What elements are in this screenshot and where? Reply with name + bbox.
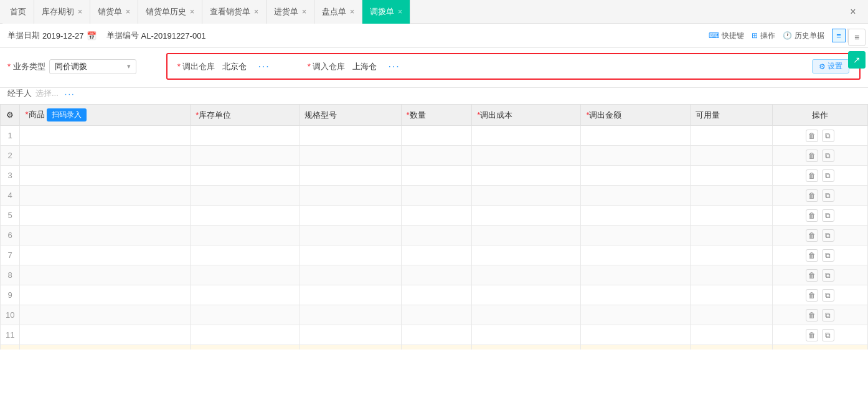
copy-icon[interactable]: ⧉ [822,209,834,222]
row-available[interactable] [690,166,772,186]
delete-icon[interactable]: 🗑 [806,249,818,262]
list-layout-button[interactable]: ≡ [832,29,846,42]
close-icon[interactable]: × [190,7,194,16]
row-spec[interactable] [300,146,401,166]
close-icon[interactable]: × [302,7,306,16]
delete-icon[interactable]: 🗑 [806,169,818,182]
operations-button[interactable]: ⊞ 操作 [752,31,775,41]
tab-purchase[interactable]: 进货单 × [267,0,314,24]
row-out-cost[interactable] [472,146,581,166]
row-qty[interactable] [401,186,472,206]
delete-icon[interactable]: 🗑 [806,309,818,321]
close-icon[interactable]: × [350,7,354,16]
delete-icon[interactable]: 🗑 [806,229,818,242]
copy-icon[interactable]: ⧉ [822,289,834,302]
close-icon[interactable]: × [254,7,258,16]
row-product[interactable] [20,126,191,146]
row-available[interactable] [690,226,772,245]
th-gear[interactable]: ⚙ [1,105,20,126]
row-out-cost[interactable] [472,126,581,146]
row-out-cost[interactable] [472,166,581,186]
delete-icon[interactable]: 🗑 [806,150,818,162]
gear-icon[interactable]: ⚙ [6,110,14,120]
row-product[interactable] [20,285,191,305]
row-available[interactable] [690,265,772,285]
copy-icon[interactable]: ⧉ [822,249,834,262]
row-qty[interactable] [401,146,472,166]
tab-transfer[interactable]: 调拨单 × [362,0,410,24]
tab-inventory-init[interactable]: 库存期初 × [34,0,90,24]
row-spec[interactable] [300,186,401,206]
row-out-amount[interactable] [581,126,690,146]
row-product[interactable] [20,186,191,206]
row-out-amount[interactable] [581,325,690,345]
row-out-amount[interactable] [581,226,690,245]
row-out-amount[interactable] [581,245,690,265]
row-out-amount[interactable] [581,285,690,305]
row-available[interactable] [690,285,772,305]
row-out-amount[interactable] [581,146,690,166]
copy-icon[interactable]: ⧉ [822,229,834,242]
row-spec[interactable] [300,305,401,325]
row-qty[interactable] [401,126,472,146]
delete-icon[interactable]: 🗑 [806,209,818,222]
window-close-button[interactable]: × [843,2,863,22]
row-spec[interactable] [300,166,401,186]
row-spec[interactable] [300,245,401,265]
row-product[interactable] [20,166,191,186]
row-out-cost[interactable] [472,226,581,245]
close-icon[interactable]: × [126,7,130,16]
row-available[interactable] [690,245,772,265]
row-unit[interactable] [191,166,300,186]
shortcuts-button[interactable]: ⌨ 快捷键 [709,31,744,41]
scan-button[interactable]: 扫码录入 [47,108,87,121]
sidebar-export-icon[interactable]: ↗ [848,51,866,69]
row-qty[interactable] [401,285,472,305]
row-unit[interactable] [191,226,300,245]
delete-icon[interactable]: 🗑 [806,329,818,341]
row-qty[interactable] [401,166,472,186]
row-out-amount[interactable] [581,206,690,226]
row-spec[interactable] [300,285,401,305]
row-unit[interactable] [191,186,300,206]
row-unit[interactable] [191,146,300,166]
copy-icon[interactable]: ⧉ [822,309,834,321]
row-available[interactable] [690,305,772,325]
row-product[interactable] [20,245,191,265]
row-spec[interactable] [300,226,401,245]
row-out-cost[interactable] [472,325,581,345]
row-unit[interactable] [191,265,300,285]
row-unit[interactable] [191,245,300,265]
out-warehouse-more-button[interactable]: ··· [258,61,270,72]
delete-icon[interactable]: 🗑 [806,289,818,302]
row-product[interactable] [20,146,191,166]
row-spec[interactable] [300,126,401,146]
row-unit[interactable] [191,126,300,146]
calendar-icon[interactable]: 📅 [87,31,97,40]
row-unit[interactable] [191,285,300,305]
row-available[interactable] [690,146,772,166]
tab-view-sales[interactable]: 查看销货单 × [202,0,267,24]
row-product[interactable] [20,325,191,345]
copy-icon[interactable]: ⧉ [822,130,834,142]
row-qty[interactable] [401,305,472,325]
close-icon[interactable]: × [398,7,402,16]
row-out-cost[interactable] [472,186,581,206]
delete-icon[interactable]: 🗑 [806,130,818,142]
row-out-cost[interactable] [472,206,581,226]
row-available[interactable] [690,126,772,146]
row-out-amount[interactable] [581,166,690,186]
tab-sales-history[interactable]: 销货单历史 × [138,0,202,24]
delete-icon[interactable]: 🗑 [806,189,818,202]
row-product[interactable] [20,226,191,245]
handler-more-button[interactable]: ··· [65,89,75,98]
tab-sales-order[interactable]: 销货单 × [90,0,138,24]
copy-icon[interactable]: ⧉ [822,329,834,341]
copy-icon[interactable]: ⧉ [822,150,834,162]
row-qty[interactable] [401,206,472,226]
row-out-amount[interactable] [581,265,690,285]
row-available[interactable] [690,325,772,345]
tab-home[interactable]: 首页 [2,0,34,24]
row-spec[interactable] [300,206,401,226]
business-type-select[interactable]: 同价调拨 ▾ [49,59,136,74]
